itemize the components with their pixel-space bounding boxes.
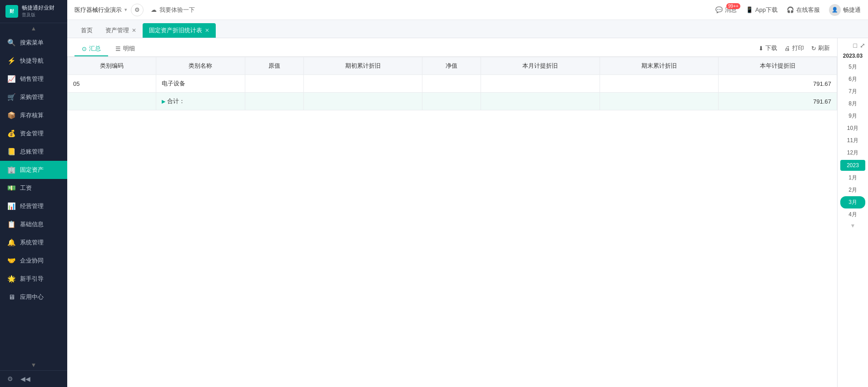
tabs-bar: 首页 资产管理 ✕ 固定资产折旧统计表 ✕: [67, 20, 868, 38]
cell-code: 05: [68, 75, 156, 93]
subtotal-net: [422, 93, 481, 110]
topbar-settings-button[interactable]: ⚙: [131, 4, 144, 16]
col-header-period-end: 期末累计折旧: [600, 57, 718, 75]
app-edition: 普及版: [22, 12, 55, 18]
sidebar-item-fixed-assets[interactable]: 🏢 固定资产: [0, 161, 67, 179]
cell-monthly-dep: [481, 75, 600, 93]
monitor-icon: 🖥: [7, 293, 15, 301]
sidebar-item-ledger[interactable]: 📒 总账管理: [0, 143, 67, 161]
topbar-right: 💬 消息 99+ 📱 App下载 🎧 在线客服 👤 畅捷通: [715, 4, 861, 16]
sidebar-item-finance[interactable]: 💰 资金管理: [0, 124, 67, 143]
sidebar: 财 畅捷通好业财 普及版 ▲ 🔍 搜索菜单 ⚡ 快捷导航 📈 销售管理 🛒 采购…: [0, 0, 67, 387]
panel-minimize-icon[interactable]: □: [853, 42, 857, 49]
subtotal-initial-accum: [303, 93, 422, 110]
month-7[interactable]: 7月: [838, 85, 868, 98]
message-icon: 💬: [715, 6, 723, 13]
settings-bottom-icon[interactable]: ⚙: [7, 375, 13, 382]
cloud-icon: ☁: [151, 6, 157, 13]
message-button[interactable]: 💬 消息 99+: [715, 6, 737, 14]
sub-tab-actions: ⬇ 下载 🖨 打印 ↻ 刷新: [759, 44, 830, 54]
sidebar-item-quicknav[interactable]: ⚡ 快捷导航: [0, 52, 67, 70]
month-2[interactable]: 2月: [838, 184, 868, 196]
topbar: 医疗器械行业演示 ▾ ⚙ ☁ 我要体验一下 💬 消息 99+ 📱 App下载 🎧…: [67, 0, 868, 20]
sub-tab-summary[interactable]: ⊙ 汇总: [74, 42, 108, 56]
headset-icon: 🎧: [787, 6, 794, 13]
tab-home[interactable]: 首页: [74, 23, 99, 38]
content-wrapper: ⊙ 汇总 ☰ 明细 ⬇ 下载 🖨 打印: [67, 38, 868, 387]
info-icon: 📋: [7, 220, 15, 228]
col-header-original: 原值: [245, 57, 303, 75]
subtotal-original: [245, 93, 303, 110]
panel-expand-icon[interactable]: ⤢: [860, 42, 865, 49]
subtotal-monthly-dep: [481, 93, 600, 110]
month-9[interactable]: 9月: [838, 110, 868, 122]
sidebar-item-system[interactable]: 🔔 系统管理: [0, 233, 67, 252]
month-6[interactable]: 6月: [838, 73, 868, 85]
collapse-icon[interactable]: ◀◀: [20, 375, 30, 382]
tab-depreciation[interactable]: 固定资产折旧统计表 ✕: [143, 23, 216, 38]
cell-initial-accum: [303, 75, 422, 93]
month-11[interactable]: 11月: [838, 134, 868, 147]
avatar: 👤: [829, 4, 841, 16]
download-button[interactable]: ⬇ 下载: [759, 44, 777, 52]
sidebar-item-search[interactable]: 🔍 搜索菜单: [0, 34, 67, 52]
col-header-monthly-dep: 本月计提折旧: [481, 57, 600, 75]
year-current-badge[interactable]: 2023: [840, 160, 865, 171]
tab-asset-mgmt-close[interactable]: ✕: [132, 28, 136, 33]
month-8[interactable]: 8月: [838, 98, 868, 110]
experience-button[interactable]: ☁ 我要体验一下: [151, 6, 195, 14]
ops-icon: 📊: [7, 202, 15, 210]
col-header-name: 类别名称: [156, 57, 245, 75]
book-icon: 📒: [7, 148, 15, 156]
box-icon: 📦: [7, 111, 15, 119]
prev-year-period: 2023.03: [843, 51, 863, 61]
download-icon: ⬇: [759, 45, 764, 52]
sidebar-item-operation[interactable]: 📊 经营管理: [0, 197, 67, 215]
month-5[interactable]: 5月: [838, 61, 868, 73]
sidebar-item-corp[interactable]: 🤝 企业协同: [0, 252, 67, 270]
print-button[interactable]: 🖨 打印: [784, 44, 804, 52]
col-header-initial-accum: 期初累计折旧: [303, 57, 422, 75]
company-selector[interactable]: 医疗器械行业演示 ▾: [74, 6, 127, 14]
sidebar-item-inventory[interactable]: 📦 库存核算: [0, 106, 67, 124]
star-icon: 🌟: [7, 275, 15, 283]
user-menu[interactable]: 👤 畅捷通: [829, 4, 861, 16]
cell-name: 电子设备: [156, 75, 245, 93]
sub-tab-detail[interactable]: ☰ 明细: [108, 42, 142, 56]
bell-icon: 🔔: [7, 238, 15, 247]
detail-icon: ☰: [115, 45, 121, 52]
sidebar-item-basic[interactable]: 📋 基础信息: [0, 215, 67, 233]
tab-depreciation-close[interactable]: ✕: [205, 28, 209, 33]
tab-asset-mgmt[interactable]: 资产管理 ✕: [99, 23, 143, 38]
company-name: 医疗器械行业演示: [74, 6, 122, 14]
panel-header: □ ⤢: [838, 42, 868, 51]
cell-annual-dep: 791.67: [718, 75, 837, 93]
sidebar-scroll-up[interactable]: ▲: [0, 23, 67, 34]
expand-icon[interactable]: ▶: [162, 99, 165, 104]
cart-icon: 🛒: [7, 93, 15, 101]
sidebar-item-purchase[interactable]: 🛒 采购管理: [0, 88, 67, 106]
subtotal-annual-dep: 791.67: [718, 93, 837, 110]
sidebar-item-payroll[interactable]: 💵 工资: [0, 179, 67, 197]
online-service-button[interactable]: 🎧 在线客服: [787, 6, 820, 14]
panel-scroll-down-icon[interactable]: ▼: [848, 221, 858, 231]
main-area: 医疗器械行业演示 ▾ ⚙ ☁ 我要体验一下 💬 消息 99+ 📱 App下载 🎧…: [67, 0, 868, 387]
cell-net: [422, 75, 481, 93]
month-10[interactable]: 10月: [838, 122, 868, 134]
month-12[interactable]: 12月: [838, 147, 868, 159]
sidebar-item-sales[interactable]: 📈 销售管理: [0, 70, 67, 88]
app-download-button[interactable]: 📱 App下载: [746, 6, 778, 14]
sidebar-item-appcenter[interactable]: 🖥 应用中心: [0, 288, 67, 306]
sidebar-scroll-down[interactable]: ▼: [0, 360, 67, 370]
content-area: ⊙ 汇总 ☰ 明细 ⬇ 下载 🖨 打印: [67, 38, 837, 387]
message-badge: 99+: [726, 3, 740, 9]
app-name: 畅捷通好业财: [22, 5, 55, 12]
sidebar-item-guide[interactable]: 🌟 新手引导: [0, 270, 67, 288]
month-4[interactable]: 4月: [838, 208, 868, 221]
month-1[interactable]: 1月: [838, 172, 868, 184]
table-row: 05 电子设备 791.67: [68, 75, 837, 93]
month-3-active[interactable]: 3月: [840, 196, 865, 208]
refresh-button[interactable]: ↻ 刷新: [811, 44, 830, 52]
phone-icon: 📱: [746, 6, 753, 13]
right-panel: □ ⤢ 2023.03 5月 6月 7月 8月 9月 10月 11月 12月 2…: [837, 38, 868, 387]
